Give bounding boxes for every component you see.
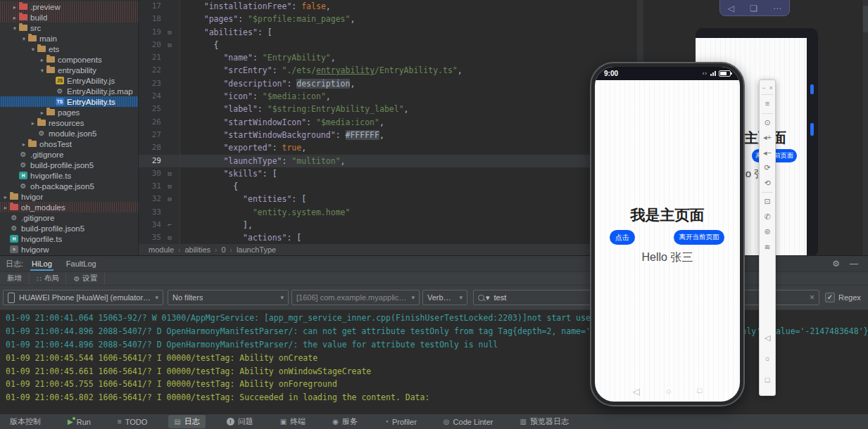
filter-select[interactable]: No filters ▾ xyxy=(168,290,289,305)
nav-back-icon[interactable]: ◁ xyxy=(633,386,640,397)
call-icon[interactable]: ✆ xyxy=(764,210,770,225)
chevron-down-icon[interactable]: ▾ xyxy=(38,67,46,74)
code-line-28[interactable]: 28 "exported": true, xyxy=(139,141,644,154)
volume-up-icon[interactable]: ◂+ xyxy=(763,130,772,146)
nav-home-icon[interactable]: ○ xyxy=(666,386,672,397)
minimize-icon[interactable]: — xyxy=(850,259,858,269)
duplicate-screen-icon[interactable]: ❏ xyxy=(750,4,757,13)
tree-item-build-profile-json5[interactable]: ⚙build-profile.json5 xyxy=(0,223,138,233)
close-icon[interactable]: × xyxy=(769,84,773,91)
statusbar-item-todo[interactable]: ≡TODO xyxy=(112,416,153,428)
chevron-right-icon[interactable]: ▸ xyxy=(1,193,10,200)
tree-item-oh-modules[interactable]: ▸oh_modules xyxy=(0,202,138,212)
code-line-17[interactable]: 17 "installationFree": false, xyxy=(139,0,644,13)
tree-item-components[interactable]: ▸components xyxy=(0,54,138,65)
code-line-31[interactable]: 31⊟ { xyxy=(139,180,644,193)
chevron-right-icon[interactable]: ▸ xyxy=(11,4,19,11)
code-line-35[interactable]: 35⊟ "actions": [ xyxy=(139,231,644,244)
fold-marker-icon[interactable]: ⊟ xyxy=(164,180,175,193)
leave-page-button[interactable]: 离开当前页面 xyxy=(674,230,724,245)
code-line-24[interactable]: 24 "icon": "$media:icon", xyxy=(139,90,644,103)
nav-home-icon[interactable]: ○ xyxy=(765,353,770,365)
chevron-down-icon[interactable]: ▾ xyxy=(11,25,19,32)
statusbar-item-code-linter[interactable]: ◎Code Linter xyxy=(438,416,499,428)
code-line-27[interactable]: 27 "startWindowBackground": #FFFFFF, xyxy=(139,129,644,141)
code-line-21[interactable]: 21 "name": "EntryAbility", xyxy=(139,51,644,64)
code-line-18[interactable]: 18 "pages": "$profile:main_pages", xyxy=(139,13,644,25)
tree-item-build-profile-json5[interactable]: ⚙build-profile.json5 xyxy=(0,160,138,170)
power-icon[interactable]: ⊙ xyxy=(764,115,770,131)
tree-item-hvigorfile-ts[interactable]: Hhvigorfile.ts xyxy=(0,233,138,244)
chevron-right-icon[interactable]: ▸ xyxy=(20,141,28,148)
breadcrumb-item-launchtype[interactable]: launchType xyxy=(237,245,276,254)
code-line-32[interactable]: 32⊟ "entities": [ xyxy=(139,193,644,205)
tree-item-pages[interactable]: ▸pages xyxy=(0,107,138,117)
breadcrumb-item-0[interactable]: 0 xyxy=(221,245,225,254)
back-icon[interactable]: ◁ xyxy=(728,4,734,13)
statusbar-item-[interactable]: ▣终端 xyxy=(275,415,311,428)
rotate-screen-icon[interactable]: ⟳ xyxy=(764,160,770,176)
tree-item-entryability-js[interactable]: JSEntryAbility.js xyxy=(0,75,138,86)
device-select[interactable]: HUAWEI Phone [HuaWei] (emulator-5554) ▾ xyxy=(3,290,163,305)
statusbar-item-[interactable]: !问题 xyxy=(221,415,259,428)
code-line-23[interactable]: 23 "description": description, xyxy=(139,77,644,90)
volume-down-icon[interactable]: ◂− xyxy=(763,146,772,161)
chevron-right-icon[interactable]: ▸ xyxy=(38,109,46,116)
tree-item-main[interactable]: ▾main xyxy=(0,33,138,44)
toolbar-button-[interactable]: ∷布局 xyxy=(30,272,66,285)
code-line-30[interactable]: 30⊟ "skills": [ xyxy=(139,167,644,180)
tree-item-hvigor[interactable]: ▸hvigor xyxy=(0,191,138,202)
fold-marker-icon[interactable]: ⊟ xyxy=(164,167,175,180)
tree-item-ohostest[interactable]: ▸ohosTest xyxy=(0,139,138,149)
fold-marker-icon[interactable]: ⊟ xyxy=(164,39,175,51)
code-line-20[interactable]: 20⊟ { xyxy=(139,39,644,51)
statusbar-item-[interactable]: ◉服务 xyxy=(327,415,363,428)
process-select[interactable]: [1606] com.example.myapplication ▾ xyxy=(291,290,420,305)
tree-item-preview[interactable]: ▸.preview xyxy=(0,1,138,12)
chevron-down-icon[interactable]: ▾ xyxy=(29,46,37,53)
rotate-back-icon[interactable]: ⟲ xyxy=(764,176,770,191)
statusbar-item-profiler[interactable]: ◔Profiler xyxy=(379,416,422,428)
statusbar-item-run[interactable]: ▶Run xyxy=(62,416,96,428)
fold-marker-icon[interactable]: ⊟ xyxy=(164,26,175,39)
chevron-right-icon[interactable]: ▸ xyxy=(1,204,10,211)
tree-item-src[interactable]: ▾src xyxy=(0,23,138,33)
level-select[interactable]: Verbose ▾ xyxy=(422,290,467,305)
tree-item-hvigorw[interactable]: >hvigorw xyxy=(0,244,138,255)
nav-recents-icon[interactable]: □ xyxy=(698,386,703,397)
settings-gear-icon[interactable]: ⚙ xyxy=(832,259,840,269)
more-icon[interactable]: ⋯ xyxy=(773,4,781,13)
tree-item-entryability-ts[interactable]: TSEntryAbility.ts xyxy=(0,96,138,107)
click-button[interactable]: 点击 xyxy=(610,230,635,245)
code-line-26[interactable]: 26 "startWindowIcon": "$media:icon", xyxy=(139,116,644,129)
fold-marker-icon[interactable]: ⊟ xyxy=(164,193,175,205)
tree-item-ets[interactable]: ▾ets xyxy=(0,44,138,54)
breadcrumb-item-module[interactable]: module xyxy=(149,245,174,254)
wifi-icon[interactable]: ≋ xyxy=(764,240,770,255)
fold-marker-icon[interactable]: ⌐ xyxy=(164,219,175,231)
toolbar-button-[interactable]: 新增 xyxy=(0,272,30,285)
right-tool-tab[interactable] xyxy=(863,6,868,32)
chevron-down-icon[interactable]: ▾ xyxy=(20,35,28,42)
phone-screen[interactable]: 9:00 ‹› 我是主页面 点击 离开当前页面 Hello 张三 ◁ ○ □ xyxy=(595,67,740,402)
clear-search-icon[interactable]: × xyxy=(810,293,814,302)
statusbar-item-[interactable]: 版本控制 xyxy=(4,415,46,428)
chevron-right-icon[interactable]: ▸ xyxy=(11,14,19,21)
code-line-22[interactable]: 22 "srcEntry": "./ets/entryability/Entry… xyxy=(139,64,644,77)
location-icon[interactable]: ⊚ xyxy=(764,224,770,240)
menu-icon[interactable]: ≡ xyxy=(765,96,769,112)
toolbar-button-[interactable]: ⚙设置 xyxy=(66,272,105,285)
screenshot-icon[interactable]: ⊡ xyxy=(764,194,770,210)
tree-item-module-json5[interactable]: ⚙module.json5 xyxy=(0,128,138,139)
breadcrumb-item-abilities[interactable]: abilities xyxy=(184,245,210,254)
nav-back-icon[interactable]: ◁ xyxy=(765,332,770,344)
tree-item-resources[interactable]: ▸resources xyxy=(0,117,138,128)
chevron-right-icon[interactable]: ▸ xyxy=(38,56,46,63)
search-options-caret[interactable]: ▾ xyxy=(486,293,490,302)
fold-marker-icon[interactable]: ⊟ xyxy=(164,231,175,244)
tab-faultlog[interactable]: FaultLog xyxy=(65,257,98,269)
tree-item-oh-package-json5[interactable]: ⚙oh-package.json5 xyxy=(0,181,138,191)
minimize-icon[interactable]: − xyxy=(762,84,765,91)
statusbar-item-[interactable]: ▥预览器日志 xyxy=(514,415,574,428)
code-line-34[interactable]: 34⌐ ], xyxy=(139,219,644,231)
